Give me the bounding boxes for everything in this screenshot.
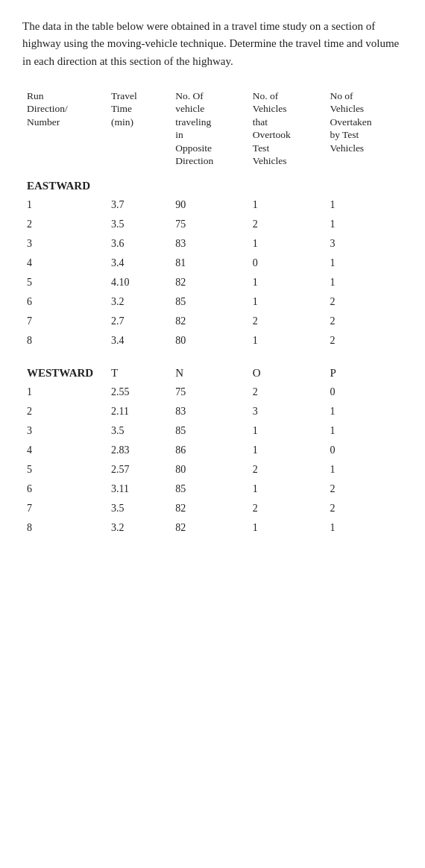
overtaken: 1 xyxy=(325,460,403,479)
travel-time: 3.5 xyxy=(107,421,171,441)
overtaken: 2 xyxy=(325,479,403,499)
overtook: 0 xyxy=(248,254,326,273)
data-table: Run Direction/ Number Travel Time (min) … xyxy=(22,87,403,538)
table-row: 5 2.57 80 2 1 xyxy=(22,460,403,479)
travel-time: 3.5 xyxy=(107,215,171,234)
westward-label: WESTWARD xyxy=(22,350,107,383)
no-vehicles: 82 xyxy=(171,312,248,331)
travel-time: 3.2 xyxy=(107,292,171,312)
col-header-travel: Travel Time (min) xyxy=(107,87,171,171)
run-number: 3 xyxy=(22,421,107,441)
run-number: 2 xyxy=(22,402,107,421)
overtaken: 1 xyxy=(325,402,403,421)
no-vehicles: 85 xyxy=(171,479,248,499)
no-vehicles: 90 xyxy=(171,195,248,215)
travel-time: 3.7 xyxy=(107,195,171,215)
intro-paragraph: The data in the table below were obtaine… xyxy=(22,18,403,70)
travel-time: 3.4 xyxy=(107,254,171,273)
run-number: 7 xyxy=(22,499,107,518)
overtook: 1 xyxy=(248,421,326,441)
table-row: 5 4.10 82 1 1 xyxy=(22,273,403,292)
run-number: 6 xyxy=(22,479,107,499)
overtook: 2 xyxy=(248,215,326,234)
no-vehicles: 75 xyxy=(171,383,248,402)
overtaken: 1 xyxy=(325,518,403,538)
no-vehicles: 85 xyxy=(171,292,248,312)
travel-time: 2.7 xyxy=(107,312,171,331)
westward-col-o: O xyxy=(248,350,326,383)
col-header-no-vehicle: No. Of vehicle traveling in Opposite Dir… xyxy=(171,87,248,171)
run-number: 8 xyxy=(22,518,107,538)
no-vehicles: 83 xyxy=(171,402,248,421)
table-row: 6 3.2 85 1 2 xyxy=(22,292,403,312)
no-vehicles: 81 xyxy=(171,254,248,273)
table-row: 3 3.5 85 1 1 xyxy=(22,421,403,441)
table-row: 2 2.11 83 3 1 xyxy=(22,402,403,421)
overtook: 1 xyxy=(248,441,326,460)
travel-time: 2.83 xyxy=(107,441,171,460)
eastward-section-header: EASTWARD xyxy=(22,171,403,195)
run-number: 6 xyxy=(22,292,107,312)
travel-time: 2.11 xyxy=(107,402,171,421)
westward-col-n: N xyxy=(171,350,248,383)
run-number: 7 xyxy=(22,312,107,331)
table-row: 7 3.5 82 2 2 xyxy=(22,499,403,518)
travel-time: 2.55 xyxy=(107,383,171,402)
run-number: 2 xyxy=(22,215,107,234)
no-vehicles: 82 xyxy=(171,273,248,292)
no-vehicles: 85 xyxy=(171,421,248,441)
no-vehicles: 82 xyxy=(171,499,248,518)
no-vehicles: 80 xyxy=(171,460,248,479)
overtaken: 1 xyxy=(325,195,403,215)
overtaken: 1 xyxy=(325,254,403,273)
overtaken: 2 xyxy=(325,292,403,312)
overtaken: 0 xyxy=(325,383,403,402)
westward-col-p: P xyxy=(325,350,403,383)
col-header-overtook: No. of Vehicles that Overtook Test Vehic… xyxy=(248,87,326,171)
no-vehicles: 80 xyxy=(171,331,248,350)
table-row: 1 3.7 90 1 1 xyxy=(22,195,403,215)
overtook: 2 xyxy=(248,460,326,479)
no-vehicles: 82 xyxy=(171,518,248,538)
no-vehicles: 83 xyxy=(171,234,248,254)
table-row: 3 3.6 83 1 3 xyxy=(22,234,403,254)
overtook: 2 xyxy=(248,312,326,331)
overtook: 1 xyxy=(248,518,326,538)
table-row: 1 2.55 75 2 0 xyxy=(22,383,403,402)
run-number: 4 xyxy=(22,441,107,460)
run-number: 4 xyxy=(22,254,107,273)
overtook: 1 xyxy=(248,292,326,312)
col-header-run: Run Direction/ Number xyxy=(22,87,107,171)
overtook: 2 xyxy=(248,499,326,518)
table-row: 7 2.7 82 2 2 xyxy=(22,312,403,331)
overtook: 1 xyxy=(248,234,326,254)
overtaken: 2 xyxy=(325,312,403,331)
westward-section-header: WESTWARD T N O P xyxy=(22,350,403,383)
no-vehicles: 75 xyxy=(171,215,248,234)
travel-time: 3.2 xyxy=(107,518,171,538)
table-row: 4 2.83 86 1 0 xyxy=(22,441,403,460)
overtaken: 1 xyxy=(325,421,403,441)
no-vehicles: 86 xyxy=(171,441,248,460)
travel-time: 3.5 xyxy=(107,499,171,518)
westward-col-t: T xyxy=(107,350,171,383)
travel-time: 3.6 xyxy=(107,234,171,254)
overtaken: 3 xyxy=(325,234,403,254)
overtook: 1 xyxy=(248,195,326,215)
travel-time: 4.10 xyxy=(107,273,171,292)
run-number: 5 xyxy=(22,460,107,479)
table-row: 8 3.4 80 1 2 xyxy=(22,331,403,350)
overtaken: 1 xyxy=(325,215,403,234)
run-number: 1 xyxy=(22,195,107,215)
overtook: 1 xyxy=(248,479,326,499)
run-number: 3 xyxy=(22,234,107,254)
overtook: 2 xyxy=(248,383,326,402)
table-row: 6 3.11 85 1 2 xyxy=(22,479,403,499)
col-header-overtaken: No of Vehicles Overtaken by Test Vehicle… xyxy=(325,87,403,171)
travel-time: 3.4 xyxy=(107,331,171,350)
overtaken: 2 xyxy=(325,331,403,350)
run-number: 5 xyxy=(22,273,107,292)
eastward-label: EASTWARD xyxy=(22,171,403,195)
overtook: 3 xyxy=(248,402,326,421)
overtaken: 1 xyxy=(325,273,403,292)
